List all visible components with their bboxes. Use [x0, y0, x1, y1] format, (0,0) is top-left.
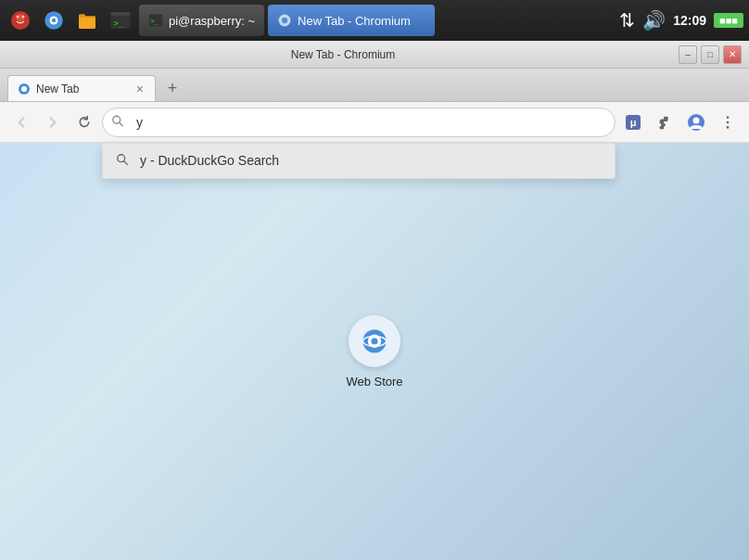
taskbar: >_ >_ pi@raspberry: ~ New Tab - Chromium… [0, 0, 749, 41]
omnibox-input[interactable] [102, 108, 616, 137]
raspberry-pi-icon[interactable] [6, 6, 35, 35]
omnibox-container: y - DuckDuckGo Search [102, 108, 616, 137]
browser-window-label: New Tab - Chromium [298, 14, 411, 28]
toolbar: y - DuckDuckGo Search μ [0, 102, 749, 143]
terminal-window-label: pi@raspberry: ~ [169, 14, 255, 28]
svg-point-23 [727, 116, 730, 119]
svg-point-2 [17, 16, 19, 19]
files-icon[interactable] [72, 6, 102, 35]
autocomplete-dropdown: y - DuckDuckGo Search [102, 143, 616, 179]
window-controls: – □ ✕ [679, 45, 742, 64]
extensions-button[interactable] [651, 108, 679, 136]
forward-button[interactable] [39, 108, 67, 136]
svg-line-20 [124, 160, 128, 164]
tab-close-button[interactable]: × [134, 82, 146, 96]
browser-window-btn[interactable]: New Tab - Chromium [268, 5, 435, 36]
svg-point-25 [727, 126, 730, 129]
taskbar-right: ⇅ 🔊 12:09 ■■■ [619, 9, 743, 32]
minimize-button[interactable]: – [679, 45, 697, 64]
newtab-content: Web Store [0, 143, 749, 560]
window-title: New Tab - Chromium [7, 48, 679, 61]
autocomplete-item[interactable]: y - DuckDuckGo Search [103, 144, 615, 178]
new-tab-button[interactable]: + [159, 75, 185, 101]
svg-point-16 [21, 86, 27, 92]
autocomplete-text: y - DuckDuckGo Search [140, 153, 279, 168]
svg-point-14 [282, 18, 287, 23]
svg-point-28 [371, 337, 377, 344]
clock: 12:09 [673, 13, 706, 28]
tab-bar: New Tab × + [0, 69, 749, 102]
svg-point-24 [727, 121, 730, 123]
webstore-label: Web Store [346, 375, 402, 388]
svg-text:>_: >_ [150, 17, 159, 25]
ublockorigin-button[interactable]: μ [619, 108, 647, 136]
back-button[interactable] [7, 108, 35, 136]
svg-text:>_: >_ [114, 19, 124, 28]
svg-rect-9 [111, 12, 131, 16]
close-button[interactable]: ✕ [723, 45, 742, 64]
svg-rect-7 [79, 17, 95, 30]
svg-point-3 [22, 16, 25, 19]
tab-title: New Tab [36, 83, 129, 95]
reload-button[interactable] [70, 108, 98, 136]
volume-icon[interactable]: 🔊 [642, 9, 666, 32]
terminal-icon[interactable]: >_ [106, 6, 135, 35]
menu-button[interactable] [714, 108, 742, 136]
tab-favicon [18, 83, 31, 95]
transfer-icon[interactable]: ⇅ [619, 9, 635, 32]
terminal-window-btn[interactable]: >_ pi@raspberry: ~ [139, 5, 264, 36]
maximize-button[interactable]: □ [701, 45, 719, 64]
webstore-icon[interactable] [349, 315, 400, 367]
svg-point-22 [693, 117, 700, 123]
autocomplete-search-icon [116, 153, 129, 169]
tab-newtab[interactable]: New Tab × [7, 75, 156, 101]
browser-icon[interactable] [39, 6, 69, 35]
battery-icon: ■■■ [714, 13, 743, 28]
svg-point-6 [52, 19, 57, 23]
account-button[interactable] [682, 108, 710, 136]
window-titlebar: New Tab - Chromium – □ ✕ [0, 41, 749, 69]
